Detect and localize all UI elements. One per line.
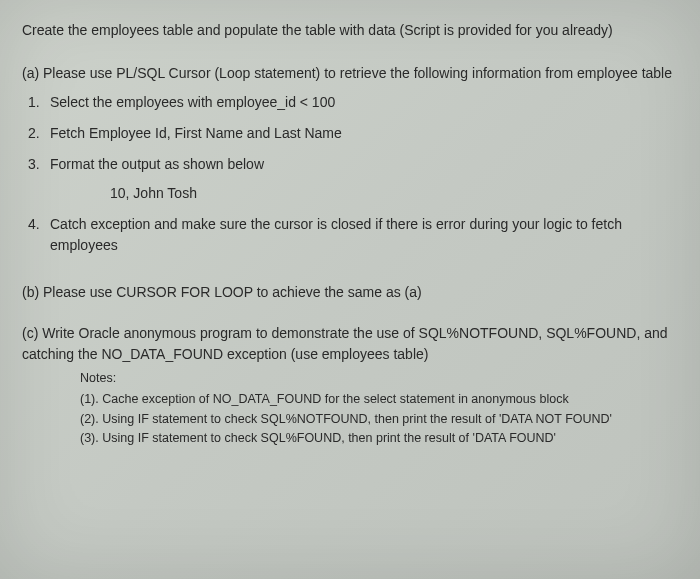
note-line: (3). Using IF statement to check SQL%FOU… [80,429,678,448]
section-a: (a) Please use PL/SQL Cursor (Loop state… [22,63,678,256]
item-text: Select the employees with employee_id < … [50,94,335,110]
note-line: (1). Cache exception of NO_DATA_FOUND fo… [80,390,678,409]
item-text: Format the output as shown below [50,156,264,172]
list-item: 1. Select the employees with employee_id… [50,92,678,113]
list-item: 3. Format the output as shown below 10, … [50,154,678,204]
note-line: (2). Using IF statement to check SQL%NOT… [80,410,678,429]
section-b: (b) Please use CURSOR FOR LOOP to achiev… [22,282,678,303]
item-text: Catch exception and make sure the cursor… [50,216,622,253]
notes-block: Notes: (1). Cache exception of NO_DATA_F… [22,369,678,448]
item-number: 4. [28,214,40,235]
list-item: 2. Fetch Employee Id, First Name and Las… [50,123,678,144]
item-text: Fetch Employee Id, First Name and Last N… [50,125,342,141]
notes-label: Notes: [80,369,678,388]
section-a-header: (a) Please use PL/SQL Cursor (Loop state… [22,63,678,84]
item-number: 2. [28,123,40,144]
item-number: 1. [28,92,40,113]
list-item: 4. Catch exception and make sure the cur… [50,214,678,256]
section-c-header: (c) Write Oracle anonymous program to de… [22,323,678,365]
example-output: 10, John Tosh [50,183,678,204]
section-c: (c) Write Oracle anonymous program to de… [22,323,678,448]
section-a-list: 1. Select the employees with employee_id… [22,92,678,256]
intro-text: Create the employees table and populate … [22,20,678,41]
item-number: 3. [28,154,40,175]
